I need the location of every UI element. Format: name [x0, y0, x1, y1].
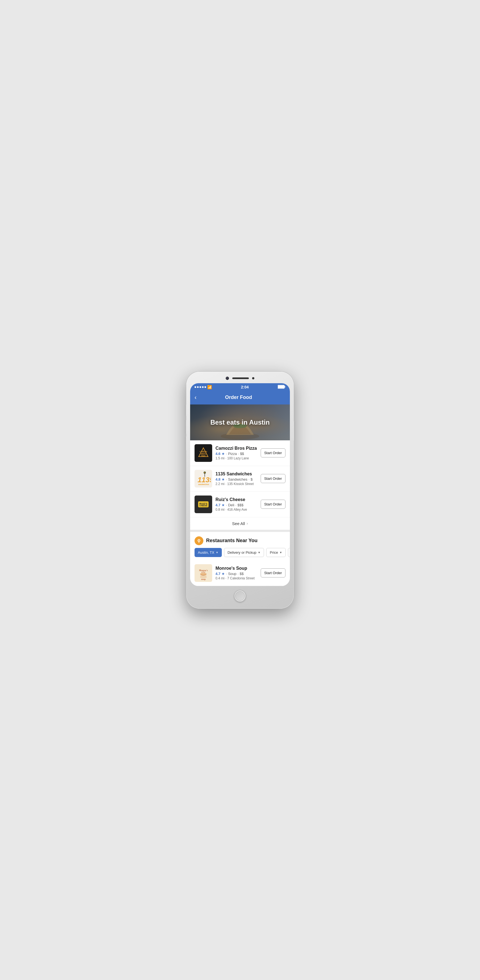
1135-star: ★	[222, 477, 225, 482]
signal-dot-4	[202, 386, 204, 388]
home-button[interactable]	[234, 590, 246, 602]
svg-point-24	[199, 540, 200, 541]
volume-down-button[interactable]	[185, 436, 186, 450]
status-left: 📶	[195, 385, 212, 389]
camozzi-price: $$	[240, 452, 244, 456]
delivery-filter-label: Delivery or Pickup	[228, 550, 257, 555]
1135-street: 135 Kissick Street	[227, 482, 254, 486]
ruizs-rating-row: 4.7 ★ · Deli · $$$	[215, 503, 257, 507]
signal-dot-1	[195, 386, 196, 388]
camozzi-rating: 4.6	[215, 452, 220, 456]
svg-text:1135: 1135	[198, 476, 211, 484]
ruizs-rating: 4.7	[215, 503, 220, 507]
camozzi-logo: CAMOZZI BRO'S PIZZA	[195, 444, 212, 462]
ruizs-logo: RUIZ'S CHEESE	[195, 496, 212, 513]
monroes-street: 7 Caledonia Street	[227, 576, 255, 580]
1135-rating-row: 4.8 ★ · Sandwiches · $	[215, 477, 257, 482]
nav-title: Order Food	[200, 395, 277, 400]
monroes-price: $$	[240, 572, 244, 576]
camozzi-address: 1.5 mi · 100 Lazy Lane	[215, 457, 257, 460]
svg-text:sandwiches: sandwiches	[198, 484, 209, 485]
nearby-title: Restaurants Near You	[206, 538, 257, 544]
monroes-start-order-button[interactable]: Start Order	[261, 568, 285, 578]
svg-text:CAMOZZI: CAMOZZI	[200, 451, 207, 452]
signal-dot-2	[197, 386, 199, 388]
price-filter-chevron: ▼	[279, 551, 282, 554]
restaurant-item-camozzi: CAMOZZI BRO'S PIZZA Camozzi Bros Pizza 4…	[190, 440, 290, 466]
1135-logo-svg: 1135 sandwiches	[196, 471, 211, 486]
see-all-row[interactable]: See All ›	[190, 517, 290, 532]
1135-rating: 4.8	[215, 477, 220, 482]
open-filter-button[interactable]: ⏱ Ope	[288, 548, 290, 557]
svg-text:soup: soup	[201, 578, 206, 581]
1135-info: 1135 Sandwiches 4.8 ★ · Sandwiches · $ 2…	[215, 471, 257, 486]
monroes-logo: Monroe's soup	[195, 564, 212, 582]
1135-address: 2.2 mi · 135 Kissick Street	[215, 482, 257, 486]
volume-up-button[interactable]	[185, 420, 186, 434]
home-button-inner	[235, 591, 245, 601]
delivery-filter-button[interactable]: Delivery or Pickup ▼	[224, 548, 264, 557]
monroes-address: 0.4 mi · 7 Caledonia Street	[215, 576, 257, 580]
power-button[interactable]	[294, 421, 295, 441]
battery-icon	[278, 385, 285, 390]
location-filter-chevron: ▼	[216, 551, 219, 554]
monroes-distance: 0.4 mi	[215, 576, 225, 580]
phone-bottom	[190, 586, 290, 605]
sensor-dot	[252, 377, 254, 379]
filters-row: Austin, TX ▼ Delivery or Pickup ▼ Price …	[190, 548, 290, 560]
speaker-grille	[232, 377, 249, 379]
back-button[interactable]: ‹	[195, 394, 196, 401]
signal-dot-5	[204, 386, 206, 388]
status-bar: 📶 2:04	[190, 383, 290, 391]
ruizs-info: Ruiz's Cheese 4.7 ★ · Deli · $$$ 0.8 mi …	[215, 497, 257, 512]
ruizs-category: Deli	[228, 503, 234, 507]
monroes-star: ★	[222, 572, 225, 576]
ruizs-star: ★	[222, 503, 225, 507]
signal-dot-3	[200, 386, 201, 388]
svg-rect-2	[285, 386, 285, 388]
camozzi-category: Pizza	[228, 452, 237, 456]
ruizs-street: 416 Alley Ave	[227, 508, 247, 512]
1135-price: $	[250, 477, 252, 482]
monroes-rating-row: 4.7 ★ · Soup · $$	[215, 572, 257, 576]
svg-rect-1	[278, 385, 284, 388]
nearby-section-header: Restaurants Near You	[190, 532, 290, 548]
ruizs-logo-svg: RUIZ'S CHEESE	[196, 497, 211, 512]
wifi-icon: 📶	[207, 385, 212, 389]
location-filter-button[interactable]: Austin, TX ▼	[195, 548, 222, 557]
1135-category: Sandwiches	[228, 477, 247, 482]
camozzi-name: Camozzi Bros Pizza	[215, 446, 257, 451]
monroes-info: Monroe's Soup 4.7 ★ · Soup · $$ 0.4 mi ·…	[215, 566, 257, 580]
front-camera	[226, 377, 229, 380]
mute-button[interactable]	[185, 405, 186, 416]
monroes-rating: 4.7	[215, 572, 220, 576]
camozzi-rating-row: 4.6 ★ · Pizza · $$	[215, 452, 257, 456]
camozzi-sep2: ·	[238, 452, 239, 456]
1135-start-order-button[interactable]: Start Order	[261, 474, 285, 483]
svg-point-28	[200, 573, 206, 575]
see-all-label: See All	[232, 521, 245, 526]
monroes-logo-svg: Monroe's soup	[196, 566, 211, 581]
location-filter-label: Austin, TX	[198, 550, 214, 555]
restaurant-item-monroes: Monroe's soup Monroe's Soup	[190, 560, 290, 586]
hero-text: Best eats in Austin	[210, 418, 269, 426]
1135-name: 1135 Sandwiches	[215, 471, 257, 476]
ruizs-start-order-button[interactable]: Start Order	[261, 500, 285, 509]
delivery-filter-chevron: ▼	[258, 551, 260, 554]
svg-text:PIZZA: PIZZA	[201, 455, 206, 457]
ruizs-price: $$$	[238, 503, 244, 507]
location-icon	[195, 536, 203, 545]
price-filter-label: Price	[270, 550, 278, 555]
camozzi-star: ★	[222, 452, 225, 456]
hero-banner: Best eats in Austin	[190, 404, 290, 440]
ruizs-address: 0.8 mi · 416 Alley Ave	[215, 508, 257, 512]
camozzi-logo-svg: CAMOZZI BRO'S PIZZA	[196, 445, 211, 460]
nav-bar: ‹ Order Food	[190, 391, 290, 404]
camozzi-dot: ·	[225, 457, 227, 460]
price-filter-button[interactable]: Price ▼	[266, 548, 286, 557]
content-area: CAMOZZI BRO'S PIZZA Camozzi Bros Pizza 4…	[190, 440, 290, 586]
camozzi-start-order-button[interactable]: Start Order	[261, 448, 285, 457]
see-all-chevron: ›	[247, 521, 248, 526]
camozzi-street: 100 Lazy Lane	[227, 457, 249, 460]
camozzi-sep1: ·	[226, 452, 227, 456]
